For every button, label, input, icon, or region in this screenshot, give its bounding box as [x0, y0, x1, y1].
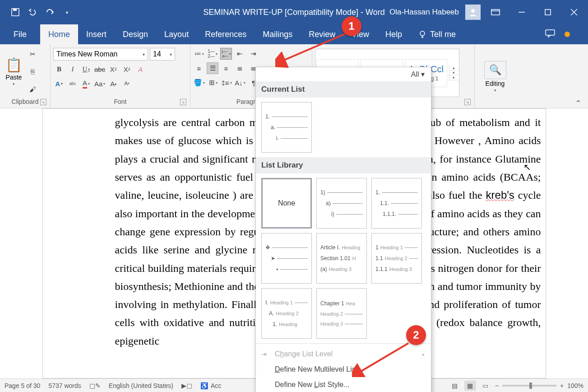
- align-right-button[interactable]: ≡: [220, 62, 232, 74]
- tab-design[interactable]: Design: [115, 24, 156, 44]
- word-count[interactable]: 5737 words: [48, 382, 81, 389]
- maximize-button[interactable]: [537, 3, 559, 21]
- annotation-arrow-2: [352, 341, 415, 377]
- font-size-combo[interactable]: 14▾: [150, 48, 175, 61]
- bold-button[interactable]: B: [53, 63, 65, 75]
- page-indicator[interactable]: Page 5 of 30: [5, 382, 40, 389]
- underline-button[interactable]: U: [80, 63, 92, 75]
- list-decimal[interactable]: 1. 1.1. 1.1.1.: [371, 178, 422, 229]
- tab-file[interactable]: File: [0, 24, 40, 44]
- shading-button[interactable]: 🪣: [193, 77, 205, 89]
- shrink-font-button[interactable]: A▾: [121, 78, 133, 89]
- change-case-button[interactable]: Aa: [94, 78, 106, 89]
- web-layout-icon[interactable]: ▭: [480, 381, 491, 391]
- save-icon[interactable]: [10, 7, 21, 18]
- text-effects-button[interactable]: A: [53, 78, 65, 89]
- accessibility-check[interactable]: ♿ Acc: [200, 382, 221, 389]
- font-name-combo[interactable]: Times New Roman▾: [53, 48, 148, 61]
- annotation-arrow-1: [275, 32, 352, 68]
- clipboard-group-label: Clipboard↘: [3, 97, 47, 107]
- svg-point-9: [420, 31, 425, 36]
- editing-label: Editing: [486, 80, 505, 87]
- zoom-slider[interactable]: [502, 385, 556, 387]
- undo-icon[interactable]: [27, 7, 38, 18]
- quick-access-toolbar: ▾: [0, 7, 72, 18]
- tab-help[interactable]: Help: [377, 24, 410, 44]
- list-roman-heading[interactable]: I.Heading 1 A.Heading 2 1.Heading: [261, 288, 312, 339]
- window-title: SEMINAR WRITE-UP [Compatibility Mode] - …: [203, 8, 384, 17]
- comments-icon[interactable]: [545, 29, 556, 40]
- zoom-out-button[interactable]: −: [495, 382, 499, 389]
- define-new-list-style[interactable]: Define New List Style...: [256, 377, 431, 392]
- print-layout-icon[interactable]: ▦: [464, 381, 476, 391]
- justify-button[interactable]: ≣: [234, 62, 245, 74]
- pending-dot-icon: [565, 32, 570, 37]
- copy-button[interactable]: ⎘: [27, 66, 38, 78]
- close-button[interactable]: [563, 3, 585, 21]
- cut-button[interactable]: ✂: [27, 48, 38, 60]
- redo-icon[interactable]: [44, 7, 55, 18]
- annotation-badge-1: 1: [342, 16, 361, 36]
- svg-rect-1: [13, 9, 17, 11]
- bullets-button[interactable]: ≔: [193, 48, 205, 60]
- sort-button[interactable]: A↓: [234, 77, 246, 89]
- search-icon: 🔍: [484, 61, 506, 79]
- group-font: Times New Roman▾ 14▾ B I U abc X2 X2 A A…: [51, 44, 190, 108]
- styles-scroll[interactable]: ▴▾▾: [449, 65, 458, 80]
- list-paren[interactable]: 1) a) i): [316, 178, 367, 229]
- subscript-button[interactable]: X2: [107, 63, 119, 75]
- read-mode-icon[interactable]: ▤: [449, 381, 461, 391]
- tab-references[interactable]: References: [197, 24, 255, 44]
- list-article-section[interactable]: Article I.Heading Section 1.01H (a)Headi…: [316, 233, 367, 284]
- annotation-badge-2: 2: [406, 325, 426, 345]
- grow-font-button[interactable]: A▴: [107, 78, 119, 89]
- phonetic-guide-button[interactable]: abc: [67, 78, 79, 89]
- clipboard-dialog-launcher[interactable]: ↘: [40, 99, 46, 105]
- ribbon-display-icon[interactable]: [484, 3, 507, 21]
- superscript-button[interactable]: X2: [121, 63, 133, 75]
- minimize-button[interactable]: [510, 3, 533, 21]
- editing-button[interactable]: 🔍 Editing ▾: [482, 59, 509, 94]
- font-color-button[interactable]: A: [80, 78, 92, 89]
- multilevel-list-button[interactable]: 1— a—: [220, 48, 232, 60]
- list-heading-decimal[interactable]: 1Heading 1 1.1Heading 2 1.1.1Heading 3: [371, 233, 422, 284]
- strikethrough-button[interactable]: abc: [94, 63, 106, 75]
- paste-button[interactable]: 📋 Paste ▾: [3, 46, 25, 97]
- tab-insert[interactable]: Insert: [78, 24, 115, 44]
- line-spacing-button[interactable]: ‡≡: [221, 77, 232, 89]
- list-chapter-heading[interactable]: Chapter 1Hea Heading 2 Heading 3: [316, 288, 367, 339]
- avatar[interactable]: [465, 5, 481, 20]
- qat-more-icon[interactable]: ▾: [61, 7, 72, 18]
- increase-indent-button[interactable]: ⇥: [247, 48, 259, 60]
- styles-dialog-launcher[interactable]: ↘: [464, 99, 471, 105]
- tell-me[interactable]: Tell me: [410, 24, 464, 44]
- list-bullets-mixed[interactable]: ❖ ➤ ▪: [261, 233, 312, 284]
- svg-line-13: [282, 34, 345, 61]
- clipboard-icon: 📋: [5, 57, 22, 73]
- tell-me-label: Tell me: [430, 30, 456, 39]
- list-none[interactable]: None: [261, 178, 312, 229]
- italic-button[interactable]: I: [67, 63, 79, 75]
- tab-home[interactable]: Home: [40, 24, 78, 44]
- zoom-level[interactable]: 100%: [567, 382, 583, 389]
- decrease-indent-button[interactable]: ⇤: [234, 48, 245, 60]
- group-clipboard: 📋 Paste ▾ ✂ ⎘ 🖌 Clipboard↘: [0, 44, 51, 108]
- svg-rect-6: [545, 9, 551, 15]
- align-left-button[interactable]: ≡: [193, 62, 205, 74]
- tab-layout[interactable]: Layout: [156, 24, 197, 44]
- current-list-thumb[interactable]: 1. a. i.: [261, 102, 312, 153]
- dropdown-filter-all[interactable]: All ▾: [256, 67, 431, 81]
- macro-status-icon[interactable]: ▶▢: [181, 382, 192, 389]
- numbering-button[interactable]: 1—2—: [207, 48, 218, 60]
- language-indicator[interactable]: English (United States): [109, 382, 173, 389]
- clear-formatting-button[interactable]: A: [134, 63, 146, 75]
- font-dialog-launcher[interactable]: ↘: [180, 99, 186, 105]
- format-painter-button[interactable]: 🖌: [27, 84, 38, 95]
- zoom-in-button[interactable]: +: [560, 382, 564, 389]
- borders-button[interactable]: ⊞: [207, 77, 219, 89]
- collapse-ribbon-icon[interactable]: ⌃: [575, 98, 582, 108]
- spelling-status-icon[interactable]: ▢✎: [89, 382, 101, 389]
- svg-point-2: [471, 9, 475, 13]
- align-center-button[interactable]: ☰: [207, 62, 218, 74]
- font-size-value: 14: [153, 50, 161, 58]
